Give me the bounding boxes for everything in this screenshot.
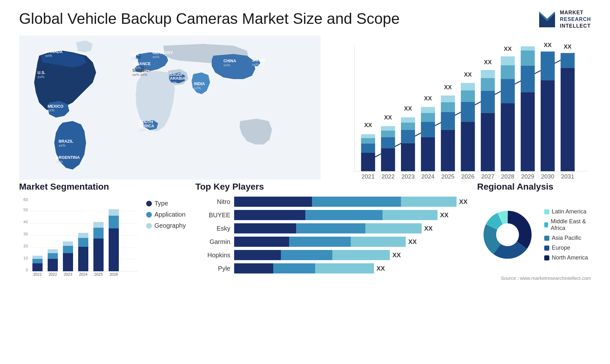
bar-2028-seg4 xyxy=(501,57,515,65)
bar-2024-label: XX xyxy=(424,95,432,102)
legend-type-dot xyxy=(146,201,152,206)
player-bar-seg1-esky xyxy=(234,223,296,233)
player-bar-seg3-hopkins xyxy=(332,250,390,260)
bar-2024-year: 2024 xyxy=(421,173,434,180)
legend-asia-pacific: Asia Pacific xyxy=(544,235,591,241)
svg-text:20: 20 xyxy=(24,244,28,248)
player-bar-wrap-buyee: XX xyxy=(234,210,468,220)
legend-middle-east: Middle East & Africa xyxy=(544,218,591,232)
svg-rect-38 xyxy=(109,228,119,271)
player-bar-hopkins xyxy=(234,250,390,260)
us-label: U.S. xyxy=(37,71,45,75)
bar-2029-year: 2029 xyxy=(521,173,534,180)
bar-2030-label: XX xyxy=(544,42,552,48)
player-bar-nitro xyxy=(234,197,457,207)
bar-2030-seg2 xyxy=(541,52,555,81)
bar-2031-seg1 xyxy=(561,68,575,172)
player-xx-garmin: XX xyxy=(408,238,417,246)
player-row-pyle: Pyle XX xyxy=(195,263,468,273)
svg-rect-26 xyxy=(63,253,73,271)
player-name-buyee: BUYEE xyxy=(195,212,230,219)
bar-2031-seg2 xyxy=(561,53,575,68)
bar-chart-container: XX 2021 XX 2022 XX 2023 xyxy=(333,36,591,172)
player-name-esky: Esky xyxy=(195,225,230,232)
player-name-garmin: Garmin xyxy=(195,238,230,246)
player-bar-garmin xyxy=(234,237,406,247)
bar-2027-label: XX xyxy=(484,59,492,65)
legend-europe: Europe xyxy=(544,245,591,251)
svg-rect-39 xyxy=(109,216,119,228)
bar-2025-seg1 xyxy=(441,130,455,171)
svg-rect-32 xyxy=(78,233,88,238)
legend-type-label: Type xyxy=(154,200,168,207)
svg-rect-24 xyxy=(48,249,58,253)
player-name-hopkins: Hopkins xyxy=(195,252,230,259)
bar-2030-year: 2030 xyxy=(541,173,554,180)
segmentation-title: Market Segmentation xyxy=(19,182,186,192)
bar-2031-year: 2031 xyxy=(561,173,574,180)
bar-2026-seg1 xyxy=(461,122,475,172)
bar-2029-seg3 xyxy=(521,51,535,66)
legend-europe-label: Europe xyxy=(552,245,570,251)
bar-2024-seg3 xyxy=(421,113,435,122)
legend-asia-pacific-dot xyxy=(544,236,549,241)
svg-text:2022: 2022 xyxy=(49,272,57,277)
legend-middle-east-dot xyxy=(544,222,548,227)
bar-2028-year: 2028 xyxy=(501,173,514,180)
bar-2029-seg2 xyxy=(521,66,535,92)
bar-2022-seg1 xyxy=(381,148,395,171)
donut-legend: Latin America Middle East & Africa Asia … xyxy=(544,208,591,261)
south-africa-value: xx% xyxy=(139,128,146,132)
segmentation-section: Market Segmentation 0 10 20 30 40 50 60 xyxy=(19,182,186,279)
player-bar-seg3-nitro xyxy=(401,197,457,207)
south-africa-label2: AFRICA xyxy=(139,124,154,128)
svg-rect-22 xyxy=(48,259,58,271)
bar-2028-seg3 xyxy=(501,65,515,79)
legend-application: Application xyxy=(146,211,186,218)
svg-rect-18 xyxy=(32,263,43,271)
player-bar-buyee xyxy=(234,210,437,220)
legend-north-america-label: North America xyxy=(552,254,588,261)
logo-icon xyxy=(538,10,557,29)
player-bar-seg2-garmin xyxy=(289,237,351,247)
player-row-garmin: Garmin XX xyxy=(195,237,468,247)
bar-2022-label: XX xyxy=(384,114,392,121)
uk-value: xx% xyxy=(131,57,138,60)
segmentation-svg: 0 10 20 30 40 50 60 xyxy=(19,197,140,279)
china-value: xx% xyxy=(223,63,230,67)
bar-2029-seg4 xyxy=(521,46,535,51)
bar-2028-seg2 xyxy=(501,79,515,104)
bar-2022-seg2 xyxy=(381,137,395,148)
france-label: FRANCE xyxy=(134,62,151,66)
player-xx-hopkins: XX xyxy=(392,252,401,259)
svg-text:10: 10 xyxy=(24,256,28,260)
header: Global Vehicle Backup Cameras Market Siz… xyxy=(19,10,591,29)
bar-2025-seg4 xyxy=(441,96,455,102)
bar-2024-seg2 xyxy=(421,122,435,138)
page-wrapper: Global Vehicle Backup Cameras Market Siz… xyxy=(0,0,610,364)
logo-text: MARKET RESEARCH INTELLECT xyxy=(560,10,591,29)
player-row-hopkins: Hopkins XX xyxy=(195,250,468,260)
player-bar-seg1-buyee xyxy=(234,210,305,220)
legend-geography-dot xyxy=(146,223,152,229)
india-value: xx% xyxy=(194,86,201,90)
player-name-pyle: Pyle xyxy=(195,265,230,272)
svg-rect-31 xyxy=(78,238,88,247)
bar-2026-seg3 xyxy=(461,91,475,102)
player-bar-seg2-nitro xyxy=(312,197,401,207)
donut-center xyxy=(496,224,519,246)
svg-rect-36 xyxy=(93,222,104,228)
svg-rect-19 xyxy=(32,259,43,263)
bar-2021-seg1 xyxy=(361,153,375,171)
svg-text:30: 30 xyxy=(24,232,28,236)
player-xx-esky: XX xyxy=(424,225,433,232)
legend-latin-america-label: Latin America xyxy=(552,208,586,215)
player-bar-seg2-hopkins xyxy=(281,250,332,260)
bar-2025-seg3 xyxy=(441,102,455,112)
germany-label: GERMANY xyxy=(152,51,173,55)
bar-2023-seg1 xyxy=(401,143,415,171)
bar-2022-seg3 xyxy=(381,131,395,138)
map-container: CANADA xx% U.S. xx% MEXICO xx% BRAZIL xx… xyxy=(19,36,321,172)
legend-europe-dot xyxy=(544,246,549,251)
player-bar-pyle xyxy=(234,263,374,273)
